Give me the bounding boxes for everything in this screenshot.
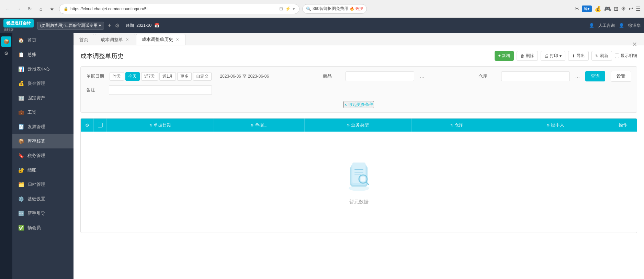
back-button[interactable]: ← [3,4,12,13]
translate-icon[interactable]: 译▾ [582,5,592,12]
account-selector[interactable]: (勿删勿禁用) 江西服宝测试专用 ▾ [37,22,104,30]
table-col-warehouse[interactable]: ⇅ 仓库 [412,119,502,132]
date-filter-buttons: 昨天 今天 近7天 近1月 更多 自定义 [110,72,212,81]
show-cols-checkbox[interactable] [615,54,619,58]
collapse-button[interactable]: ∧ 收起更多条件 [343,101,374,108]
left-icon-other[interactable]: ⚙ [1,48,11,58]
table-col-date[interactable]: ⇅ 单据日期 [107,119,214,132]
sidebar-item-salary[interactable]: 💼 工资 [12,105,74,120]
member-icon: ✅ [18,225,24,231]
table-col-type[interactable]: ⇅ 业务类型 [305,119,412,132]
user-name[interactable]: 徐泽华 [628,23,641,29]
empty-state: 暂元数据 [81,132,637,233]
bookmark-button[interactable]: ★ [47,4,56,13]
sidebar-item-fixed-assets[interactable]: 🏢 固定资产 [12,91,74,105]
sidebar-item-fixed-assets-label: 固定资产 [27,95,45,101]
show-cols-checkbox-label[interactable]: 显示明细 [615,53,637,59]
sidebar-item-reports-label: 云报表中心 [27,66,50,72]
tab-cost-adjust-history-close[interactable]: ✕ [175,37,180,42]
filter-settings-button[interactable]: 设置 [611,71,631,82]
sidebar-item-invoice[interactable]: 🧾 发票管理 [12,120,74,134]
sidebar-item-tax[interactable]: 🔖 税务管理 [12,148,74,163]
goods-filter-input[interactable] [346,71,414,81]
apps-icon[interactable]: ⊞ [614,5,618,12]
print-button[interactable]: 🖨 打印 ▾ [541,51,565,61]
main-layout: 📦 ⚙ 🏠 首页 📋 总账 📊 云报表中心 💰 资金管理 🏢 固定资 [0,33,644,279]
search-label: 360智能抠图免费用 [313,6,348,12]
reload-button[interactable]: ↻ [25,4,34,13]
sidebar-item-inventory[interactable]: 📦 库存核算 [12,134,74,148]
scissors-icon[interactable]: ✂ [575,5,579,12]
settings-gear-icon[interactable]: ⚙ [115,22,120,29]
remark-filter-input[interactable] [109,85,212,95]
export-button[interactable]: ⬆ 导出 [568,51,589,61]
menu-icon[interactable]: ☰ [636,5,641,12]
tab-cost-adjust-close[interactable]: ✕ [125,37,129,42]
warehouse-dots[interactable]: ... [575,73,580,79]
app-header: 畅捷通好会计 旗舰版 (勿删勿禁用) 江西服宝测试专用 ▾ + ⚙ 账期 202… [0,18,644,33]
user-service-btn[interactable]: 人工咨询 [598,23,615,29]
tab-cost-adjust-history[interactable]: 成本调整单历史 ✕ [136,34,185,45]
goods-dots[interactable]: ... [420,73,424,79]
sidebar-item-close[interactable]: 🔐 结账 [12,163,74,177]
toolbar: + 新增 🗑 删除 🖨 打印 ▾ ⬆ 导出 ↻ [495,51,637,61]
invoice-icon: 🧾 [18,124,24,130]
table-header: ⚙ ⇅ 单据日期 ⇅ 单据... ⇅ 业务类型 [81,119,637,132]
sidebar-item-base-settings[interactable]: ⚙️ 基础设置 [12,192,74,206]
left-icon-inventory[interactable]: 📦 [1,36,11,47]
page-title-row: 成本调整单历史 + 新增 🗑 删除 🖨 打印 ▾ ⬆ 导出 [80,51,637,61]
brightness-icon[interactable]: ☀ [621,5,626,12]
warehouse-filter-input[interactable] [501,71,570,81]
window-close-button[interactable]: ✕ [632,41,637,48]
date-btn-7days[interactable]: 近7天 [141,72,158,81]
table-col-settings[interactable]: ⚙ [81,119,94,132]
table-select-all-checkbox[interactable] [98,123,103,127]
home-button[interactable]: ⌂ [36,4,45,13]
filter-row-2: 备注 [86,85,631,95]
calendar-icon[interactable]: 📅 [154,23,159,28]
refresh-button[interactable]: ↻ 刷新 [591,51,612,61]
table-col-checkbox[interactable] [94,119,107,132]
tab-cost-adjust[interactable]: 成本调整单 ✕ [95,34,135,45]
sidebar-item-reports[interactable]: 📊 云报表中心 [12,62,74,76]
ssl-lock-icon: 🔒 [64,7,68,11]
undo-icon[interactable]: ↩ [629,5,633,12]
wallet-icon[interactable]: 💰 [595,5,601,12]
delete-button[interactable]: 🗑 删除 [517,51,538,61]
tab-home[interactable]: 首页 [74,34,94,45]
print-dropdown-icon: ▾ [560,54,562,58]
sidebar-item-funds[interactable]: 💰 资金管理 [12,76,74,91]
date-btn-1month[interactable]: 近1月 [159,72,176,81]
sidebar-item-ledger[interactable]: 📋 总账 [12,47,74,62]
sidebar-item-archive[interactable]: 🗂️ 归档管理 [12,177,74,192]
date-btn-more[interactable]: 更多 [177,72,192,81]
new-button[interactable]: + 新增 [495,51,514,61]
print-icon: 🖨 [544,54,549,58]
browser-search-bar[interactable]: 🔍 360智能抠图免费用 🔥 热搜 [302,4,367,14]
app-logo-sub: 旗舰版 [3,27,14,32]
sidebar-item-guide[interactable]: 🆕 新手引导 [12,206,74,221]
export-icon: ⬆ [572,54,575,58]
account-dropdown-icon: ▾ [99,23,101,28]
svg-point-8 [361,177,365,181]
table-col-person[interactable]: ⇅ 经手人 [502,119,609,132]
sidebar-item-inventory-label: 库存核算 [27,138,45,144]
add-account-btn[interactable]: + [108,22,111,29]
left-icon-bar: 📦 ⚙ [0,33,12,279]
sidebar-item-member[interactable]: ✅ 畅会员 [12,221,74,235]
empty-text: 暂元数据 [349,199,369,205]
date-range: 2023-06-06 至 2023-06-06 [220,74,269,79]
sidebar-item-tax-label: 税务管理 [27,153,45,159]
date-btn-today[interactable]: 今天 [125,72,140,81]
forward-button[interactable]: → [14,4,23,13]
reports-icon: 📊 [18,66,24,72]
gamepad-icon[interactable]: 🎮 [604,5,611,12]
date-btn-custom[interactable]: 自定义 [193,72,212,81]
address-bar[interactable]: 🔒 https://cloud.chanjet.com/accounting/u… [59,4,300,14]
table-col-num[interactable]: ⇅ 单据... [214,119,305,132]
query-button[interactable]: 查询 [585,71,605,81]
date-to: 2023-06-06 [248,74,269,79]
date-btn-yesterday[interactable]: 昨天 [110,72,124,81]
browser-nav-buttons: ← → ↻ ⌂ ★ [3,4,56,13]
sidebar-item-home[interactable]: 🏠 首页 [12,33,74,47]
